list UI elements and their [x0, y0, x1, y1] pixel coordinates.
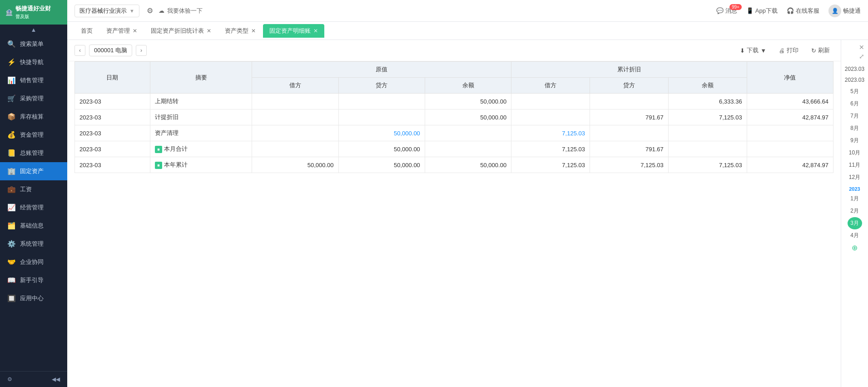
- cell-orig-credit[interactable]: 50,000.00: [338, 141, 425, 157]
- tab-close-asset_mgmt[interactable]: ✕: [133, 28, 137, 34]
- cell-orig-balance: 50,000.00: [425, 109, 511, 125]
- month-prev-item[interactable]: 8月: [849, 122, 860, 134]
- sidebar-item-fixed_asset[interactable]: 🏢固定资产: [0, 162, 67, 180]
- service-btn[interactable]: 🎧 在线客服: [787, 7, 819, 15]
- tab-asset_type[interactable]: 资产类型✕: [218, 24, 262, 38]
- main-panel: ‹ 000001 电脑 › ⬇ 下载 ▼ 🖨 打印 ↻ 刷新: [67, 40, 841, 387]
- month-prev-item[interactable]: 7月: [849, 110, 860, 122]
- experience-icon: ☁: [159, 7, 164, 14]
- sidebar-item-quick_nav[interactable]: ⚡快捷导航: [0, 53, 67, 71]
- message-btn[interactable]: 💬 消息 99+: [716, 7, 737, 15]
- print-btn-toolbar[interactable]: 🖨 打印: [775, 45, 802, 56]
- month-prev-item[interactable]: 5月: [849, 85, 860, 98]
- sidebar-item-capital[interactable]: 💰资金管理: [0, 126, 67, 144]
- user-btn[interactable]: 👤 畅捷通: [828, 5, 861, 17]
- year-2023-title[interactable]: 2023: [849, 184, 860, 193]
- tab-label-asset_type: 资产类型: [225, 27, 248, 35]
- month-prev-item[interactable]: 6月: [849, 98, 860, 110]
- right-panel-close-btn[interactable]: ✕: [859, 44, 868, 51]
- sidebar-item-purchase[interactable]: 🛒采购管理: [0, 89, 67, 108]
- tab-home[interactable]: 首页: [74, 24, 99, 38]
- right-panel: ✕ ⤢ 2023.03 2023.03 5月6月7月8月9月10月11月12月 …: [841, 40, 868, 387]
- cell-acc-credit: 7,125.03: [590, 157, 668, 173]
- tab-asset_detail[interactable]: 固定资产明细账✕: [263, 24, 324, 38]
- sidebar-settings-icon[interactable]: ⚙: [7, 376, 12, 382]
- sidebar-icon-cooperation: 🤝: [7, 258, 15, 266]
- year-month-1[interactable]: 2023.03: [841, 64, 868, 74]
- cell-acc-debit: 7,125.03: [511, 141, 590, 157]
- cell-acc-balance: 7,125.03: [668, 109, 747, 125]
- experience-btn[interactable]: ☁ 我要体验一下: [159, 7, 203, 15]
- month-current-item[interactable]: 2月: [848, 205, 862, 217]
- cell-date: 2023-03: [75, 141, 150, 157]
- cell-orig-credit: [338, 94, 425, 109]
- tab-depreciation_stat[interactable]: 固定资产折旧统计表✕: [144, 24, 218, 38]
- tab-asset_mgmt[interactable]: 资产管理✕: [100, 24, 144, 38]
- download-label: App下载: [755, 7, 778, 15]
- logo-icon: 🏦: [5, 9, 13, 16]
- cell-net-value: 42,874.97: [747, 109, 833, 125]
- year-month-2[interactable]: 2023.03: [841, 74, 868, 85]
- cell-acc-debit: [511, 109, 590, 125]
- sidebar-item-ledger[interactable]: 📒总账管理: [0, 144, 67, 162]
- sidebar-item-guide[interactable]: 📖新手引导: [0, 271, 67, 289]
- sidebar-item-search[interactable]: 🔍搜索菜单: [0, 35, 67, 53]
- th-acc-credit: 贷方: [590, 78, 668, 94]
- cell-orig-credit[interactable]: 50,000.00: [338, 157, 425, 173]
- month-prev-item[interactable]: 9月: [849, 134, 860, 147]
- cell-acc-credit: 791.67: [590, 109, 668, 125]
- cell-abstract: ■本年累计: [150, 157, 252, 173]
- sidebar-item-app_center[interactable]: 🔲应用中心: [0, 289, 67, 308]
- tab-close-asset_detail[interactable]: ✕: [313, 28, 318, 34]
- topbar-settings-icon[interactable]: ⚙: [147, 6, 153, 15]
- month-prev-item[interactable]: 10月: [849, 147, 860, 159]
- table-wrap: 日期 摘要 原值 累计折旧 净值 借方 贷方 余额 借方 贷方 余额: [67, 61, 841, 387]
- sidebar-icon-capital: 💰: [7, 131, 15, 139]
- sidebar-label-guide: 新手引导: [20, 276, 44, 284]
- sidebar-item-operations[interactable]: 📈经营管理: [0, 198, 67, 217]
- toolbar-actions: ⬇ 下载 ▼ 🖨 打印 ↻ 刷新: [736, 45, 833, 56]
- cell-date: 2023-03: [75, 109, 150, 125]
- month-current-item[interactable]: 3月: [848, 217, 862, 229]
- right-panel-down-arrow[interactable]: ⊕: [852, 243, 858, 252]
- sidebar-label-quick_nav: 快捷导航: [20, 58, 44, 66]
- sidebar-label-app_center: 应用中心: [20, 294, 44, 303]
- main-area: 医疗器械行业演示 ▼ ⚙ ☁ 我要体验一下 💬 消息 99+ 📱 App下载 🎧…: [67, 0, 868, 387]
- cell-net-value: 42,874.97: [747, 157, 833, 173]
- logo-text: 畅捷通好业财: [15, 5, 51, 13]
- sidebar-icon-payroll: 💼: [7, 185, 15, 194]
- sidebar-item-basic_info[interactable]: 🗂️基础信息: [0, 217, 67, 235]
- download-btn-toolbar[interactable]: ⬇ 下载 ▼: [736, 45, 770, 56]
- download-btn[interactable]: 📱 App下载: [746, 7, 778, 15]
- right-panel-expand-btn[interactable]: ⤢: [859, 53, 868, 60]
- month-current-item[interactable]: 4月: [848, 229, 862, 242]
- sidebar-label-ledger: 总账管理: [20, 149, 44, 157]
- cell-acc-debit[interactable]: 7,125.03: [511, 125, 590, 141]
- tab-close-asset_type[interactable]: ✕: [251, 28, 256, 34]
- sidebar-label-purchase: 采购管理: [20, 94, 44, 103]
- sidebar-item-system[interactable]: ⚙️系统管理: [0, 235, 67, 253]
- month-current-item[interactable]: 1月: [848, 193, 862, 205]
- th-orig-balance: 余额: [425, 78, 511, 94]
- sidebar-icon-basic_info: 🗂️: [7, 222, 15, 230]
- cell-orig-balance: [425, 141, 511, 157]
- toolbar: ‹ 000001 电脑 › ⬇ 下载 ▼ 🖨 打印 ↻ 刷新: [67, 40, 841, 61]
- sidebar-collapse-icon[interactable]: ◀◀: [52, 376, 60, 382]
- month-prev-item[interactable]: 11月: [849, 159, 860, 171]
- tab-close-depreciation_stat[interactable]: ✕: [207, 28, 211, 34]
- sidebar-logo: 🏦 畅捷通好业财 普及版: [0, 0, 67, 25]
- cell-orig-credit[interactable]: 50,000.00: [338, 125, 425, 141]
- sidebar-item-payroll[interactable]: 💼工资: [0, 180, 67, 198]
- next-asset-btn[interactable]: ›: [136, 45, 147, 56]
- sidebar-item-sales[interactable]: 📊销售管理: [0, 71, 67, 89]
- refresh-btn-toolbar[interactable]: ↻ 刷新: [808, 45, 833, 56]
- prev-asset-btn[interactable]: ‹: [74, 45, 85, 56]
- month-prev-item[interactable]: 12月: [849, 171, 860, 184]
- company-selector[interactable]: 医疗器械行业演示 ▼: [74, 5, 139, 17]
- sidebar-item-cooperation[interactable]: 🤝企业协同: [0, 253, 67, 271]
- message-badge: 99+: [729, 4, 742, 10]
- sidebar-icon-sales: 📊: [7, 76, 15, 84]
- sidebar-scroll-up[interactable]: ▲: [0, 25, 67, 35]
- th-date: 日期: [75, 62, 150, 94]
- sidebar-item-inventory[interactable]: 📦库存核算: [0, 108, 67, 126]
